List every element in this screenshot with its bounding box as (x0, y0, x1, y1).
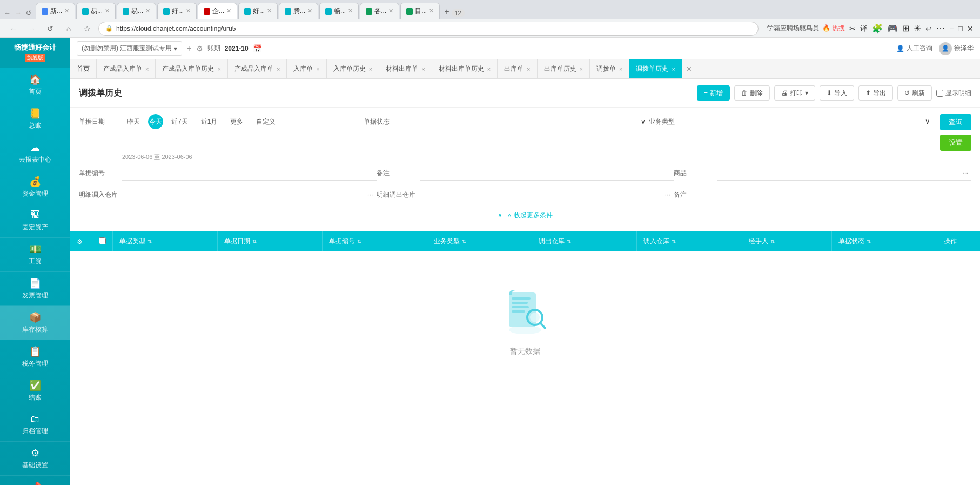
sidebar-item-home[interactable]: 🏠 首页 (0, 68, 70, 102)
th-doc-status[interactable]: 单据状态 ⇅ (832, 231, 937, 251)
browser-tab-active[interactable]: 企... ✕ (198, 3, 237, 19)
browser-tab-teng[interactable]: 腾... ✕ (279, 3, 318, 19)
th-doc-type[interactable]: 单据类型 ⇅ (112, 231, 217, 251)
query-btn[interactable]: 查询 (940, 114, 971, 130)
sidebar-item-wages[interactable]: 💵 工资 (0, 238, 70, 272)
date-btn-yesterday[interactable]: 昨天 (122, 116, 145, 128)
th-out-warehouse-sort[interactable]: 调出仓库 ⇅ (539, 237, 630, 246)
tab-material-out-close[interactable]: × (421, 66, 425, 72)
minimize-btn[interactable]: − (949, 24, 954, 33)
translate-btn[interactable]: 译 (860, 24, 868, 34)
help-btn[interactable]: 👤 人工咨询 (896, 44, 932, 53)
tab-product-in2-close[interactable]: × (277, 66, 280, 72)
th-check[interactable] (92, 231, 112, 251)
tab-product-in-history-close[interactable]: × (217, 66, 220, 72)
tab-product-in[interactable]: 产成品入库单 × (97, 59, 156, 79)
tab-close-icon[interactable]: ✕ (145, 8, 150, 15)
th-doc-no[interactable]: 单据编号 ⇅ (322, 231, 427, 251)
import-btn[interactable]: ⬇ 导入 (820, 85, 854, 101)
browser-tab-yi2[interactable]: 易... ✕ (117, 3, 156, 19)
show-detail-toggle[interactable]: 显示明细 (936, 89, 971, 98)
browser-tab-ge[interactable]: 各... ✕ (360, 3, 399, 19)
th-in-warehouse-sort[interactable]: 调入仓库 ⇅ (643, 237, 735, 246)
tab-transfer[interactable]: 调拨单 × (590, 59, 629, 79)
sidebar-item-archive[interactable]: 🗂 归档管理 (0, 408, 70, 442)
date-btn-custom[interactable]: 自定义 (251, 116, 280, 128)
tab-out-order-close[interactable]: × (527, 66, 530, 72)
th-doc-date-sort[interactable]: 单据日期 ⇅ (224, 237, 316, 246)
sidebar-item-tax[interactable]: 📋 税务管理 (0, 340, 70, 374)
tab-close-icon[interactable]: ✕ (105, 8, 110, 15)
biz-select[interactable]: ∨ (692, 114, 934, 129)
menu-btn[interactable]: ⋯ (936, 23, 945, 34)
browser-tab-chang[interactable]: 畅... ✕ (319, 3, 359, 19)
status-select[interactable]: ∨ (407, 114, 648, 129)
star-btn[interactable]: ☆ (80, 22, 94, 36)
detail-remark-input[interactable] (717, 187, 971, 202)
browser-tab-hao2[interactable]: 好... ✕ (238, 3, 278, 19)
browser-tab-xinwen[interactable]: 新... ✕ (36, 3, 75, 19)
tab-material-out-history[interactable]: 材料出库单历史 × (432, 59, 498, 79)
sidebar-item-ledger[interactable]: 📒 总账 (0, 102, 70, 136)
th-gear[interactable]: ⚙ (70, 231, 92, 251)
th-doc-status-sort[interactable]: 单据状态 ⇅ (838, 237, 930, 246)
forward-nav-btn[interactable]: → (25, 22, 39, 36)
docno-input[interactable] (122, 165, 377, 181)
sidebar-item-settings[interactable]: ⚙ 基础设置 (0, 442, 70, 476)
tab-close-icon[interactable]: ✕ (64, 8, 69, 15)
undo-btn[interactable]: ↩ (925, 24, 932, 33)
tab-product-in2[interactable]: 产成品入库单 × (228, 59, 287, 79)
tab-close-icon[interactable]: ✕ (348, 8, 353, 15)
tab-out-history-close[interactable]: × (580, 66, 583, 72)
delete-btn[interactable]: 🗑 删除 (734, 85, 770, 101)
remark-input[interactable] (420, 165, 674, 181)
back-btn[interactable]: ← (4, 9, 11, 19)
browser-tab-yi1[interactable]: 易... ✕ (76, 3, 116, 19)
date-btn-more[interactable]: 更多 (225, 116, 248, 128)
th-handler-sort[interactable]: 经手人 ⇅ (749, 237, 825, 246)
company-selector[interactable]: (勿删勿禁用) 江西服宝测试专用 ▾ (77, 41, 182, 56)
tab-product-in-close[interactable]: × (145, 66, 149, 72)
th-out-warehouse[interactable]: 调出仓库 ⇅ (532, 231, 637, 251)
show-detail-checkbox[interactable] (936, 90, 943, 97)
date-btn-7days[interactable]: 近7天 (166, 116, 193, 128)
tab-close-icon[interactable]: ✕ (186, 8, 191, 15)
game-btn[interactable]: 🎮 (887, 23, 898, 34)
th-biz-type[interactable]: 业务类型 ⇅ (427, 231, 532, 251)
extension-btn[interactable]: 🧩 (872, 23, 883, 34)
th-biz-type-sort[interactable]: 业务类型 ⇅ (434, 237, 525, 246)
tab-out-order[interactable]: 出库单 × (498, 59, 537, 79)
date-btn-1month[interactable]: 近1月 (196, 116, 223, 128)
tab-transfer-history[interactable]: 调拨单历史 × (629, 59, 682, 79)
calendar-icon[interactable]: 📅 (253, 44, 262, 53)
tab-in-order[interactable]: 入库单 × (287, 59, 326, 79)
print-btn[interactable]: 🖨 打印 ▾ (774, 85, 815, 101)
tab-material-out[interactable]: 材料出库单 × (379, 59, 432, 79)
new-tab-btn[interactable]: + (444, 7, 449, 19)
user-profile[interactable]: 👤 徐泽华 (939, 42, 974, 55)
goods-select[interactable]: ··· (717, 165, 971, 181)
collapse-conditions-btn[interactable]: ∧ ∧ 收起更多条件 (79, 207, 971, 224)
sidebar-item-closing[interactable]: ✅ 结账 (0, 374, 70, 408)
maximize-btn[interactable]: □ (958, 24, 963, 33)
home-nav-btn[interactable]: ⌂ (62, 22, 76, 36)
date-btn-today[interactable]: 今天 (148, 114, 163, 129)
sidebar-item-invoices[interactable]: 📄 发票管理 (0, 272, 70, 306)
th-doc-date[interactable]: 单据日期 ⇅ (217, 231, 322, 251)
tab-close-icon[interactable]: ✕ (429, 8, 434, 15)
refresh-browser-btn[interactable]: ↺ (26, 9, 31, 19)
detail-out-select[interactable]: ··· (420, 187, 674, 202)
tab-in-order-close[interactable]: × (316, 66, 319, 72)
export-btn[interactable]: ⬆ 导出 (858, 85, 893, 101)
settings-filter-btn[interactable]: 设置 (940, 135, 971, 151)
gear-company-btn[interactable]: ⚙ (196, 44, 203, 53)
sidebar-item-reports[interactable]: ☁ 云报表中心 (0, 136, 70, 170)
forward-btn[interactable]: → (15, 9, 22, 19)
reload-btn[interactable]: ↺ (43, 22, 57, 36)
tab-close-icon[interactable]: ✕ (388, 8, 393, 15)
sidebar-item-inventory[interactable]: 📦 库存核算 (0, 306, 70, 340)
url-input[interactable]: 🔒 https://cloud.chanjet.com/accounting/u… (98, 22, 759, 36)
detail-in-select[interactable]: ··· (122, 187, 377, 202)
tab-close-icon[interactable]: ✕ (267, 8, 272, 15)
tab-home[interactable]: 首页 (70, 59, 97, 79)
